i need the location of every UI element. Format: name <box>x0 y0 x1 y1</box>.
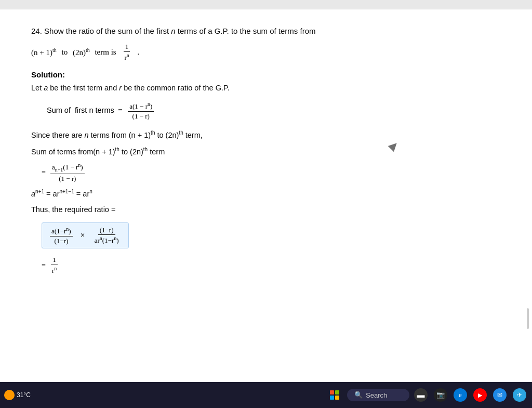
question-var-n: n <box>171 27 175 35</box>
question-text1: Show the ratio of the sum of the first <box>44 27 169 35</box>
step-numerator: an+1(1 − rn) <box>50 162 85 174</box>
final-fraction: 1 rn <box>50 256 58 275</box>
sum-from-label: Sum of terms from(n + 1)th to (2n)th ter… <box>31 145 506 158</box>
question-container: 24. Show the ratio of the sum of the fir… <box>31 25 506 37</box>
question-text2: terms of a G.P. to the sum of terms from <box>178 27 316 35</box>
to-label: to <box>60 48 70 57</box>
question-fraction: 1 rn <box>123 43 130 62</box>
step-equals: = <box>42 168 46 177</box>
ratio-frac2: (1−r) arn(1−rn) <box>93 226 121 245</box>
taskbar-search[interactable]: 🔍 Search <box>347 389 409 401</box>
question-period: . <box>136 48 140 57</box>
times-symbol: × <box>78 231 87 240</box>
mail-symbol: ✉ <box>497 391 502 399</box>
ratio-frac2-den: arn(1−rn) <box>93 235 121 245</box>
browser-bar <box>0 0 532 9</box>
term-end: (2n)th <box>73 47 90 57</box>
windows-logo <box>330 390 339 400</box>
win-sq-blue <box>330 396 334 400</box>
sum-equals: = <box>116 106 124 114</box>
final-den: rn <box>50 265 58 275</box>
youtube-icon-bg: ▶ <box>473 388 487 402</box>
search-icon: 🔍 <box>354 391 363 399</box>
file-icon-bg: ▬ <box>414 388 428 402</box>
sun-icon <box>4 390 15 400</box>
ratio-box: a(1−rn) (1−r) × (1−r) arn(1−rn) <box>42 222 129 249</box>
sum-denominator: (1 − r) <box>131 112 151 121</box>
camera-icon-bg: 📷 <box>434 388 447 402</box>
ratio-frac1-den: (1−r) <box>52 236 70 245</box>
temperature-label: 31°C <box>17 391 31 399</box>
sum-numerator: a(1 − rn) <box>128 101 154 112</box>
file-icon-symbol: ▬ <box>417 391 425 400</box>
ratio-frac1: a(1−rn) (1−r) <box>50 226 73 245</box>
sum-fraction: a(1 − rn) (1 − r) <box>128 101 154 121</box>
final-num: 1 <box>51 256 58 265</box>
browser-icon-bg: e <box>454 388 467 402</box>
temperature-widget: 31°C <box>4 390 31 400</box>
question-fraction-num: 1 <box>124 43 130 52</box>
sum-from-formula: = an+1(1 − rn) (1 − r) <box>42 162 506 183</box>
taskbar: 31°C 🔍 Search ▬ 📷 e ▶ <box>0 382 532 408</box>
since-line: Since there are n terms from (n + 1)th t… <box>31 128 506 141</box>
telegram-icon[interactable]: ✈ <box>511 387 528 403</box>
windows-start-button[interactable] <box>325 386 344 404</box>
thus-line: Thus, the required ratio = <box>31 203 506 216</box>
solution-header: Solution: <box>31 70 506 79</box>
file-manager-icon[interactable]: ▬ <box>413 387 429 403</box>
question-math-line: (n + 1)th to (2n)th term is 1 rn . <box>31 43 506 62</box>
question-fraction-den: rn <box>123 52 130 62</box>
ratio-frac1-num: a(1−rn) <box>50 226 73 236</box>
term-start: (n + 1)th <box>31 47 57 57</box>
step-denominator: (1 − r) <box>57 174 77 183</box>
browser-symbol: e <box>459 391 462 399</box>
camera-symbol: 📷 <box>436 391 445 399</box>
mail-icon[interactable]: ✉ <box>491 387 508 403</box>
ratio-frac2-num: (1−r) <box>98 226 115 235</box>
term-is: term is <box>93 48 118 57</box>
step-fraction: an+1(1 − rn) (1 − r) <box>50 162 85 183</box>
final-equals: = <box>42 261 46 270</box>
question-number: 24. <box>31 27 42 35</box>
scrollbar[interactable] <box>527 308 529 329</box>
win-sq-yellow <box>335 396 339 400</box>
telegram-icon-bg: ✈ <box>513 388 526 402</box>
youtube-icon[interactable]: ▶ <box>472 387 488 403</box>
an1-line: an+1 = arn+1−1 = arn <box>31 187 506 200</box>
telegram-symbol: ✈ <box>517 391 522 399</box>
mail-icon-bg: ✉ <box>493 388 507 402</box>
solution-intro: Let a be the first term and r be the com… <box>31 82 506 94</box>
sum-label: Sum of first n terms <box>47 106 114 114</box>
main-content: 24. Show the ratio of the sum of the fir… <box>0 9 532 391</box>
browser-icon[interactable]: e <box>452 387 469 403</box>
sum-formula-block: Sum of first n terms = a(1 − rn) (1 − r) <box>47 101 506 121</box>
youtube-symbol: ▶ <box>478 392 482 399</box>
win-sq-green <box>335 390 339 394</box>
search-label: Search <box>366 391 387 399</box>
camera-icon[interactable]: 📷 <box>432 387 449 403</box>
win-sq-red <box>330 390 334 394</box>
final-result: = 1 rn <box>42 256 506 275</box>
